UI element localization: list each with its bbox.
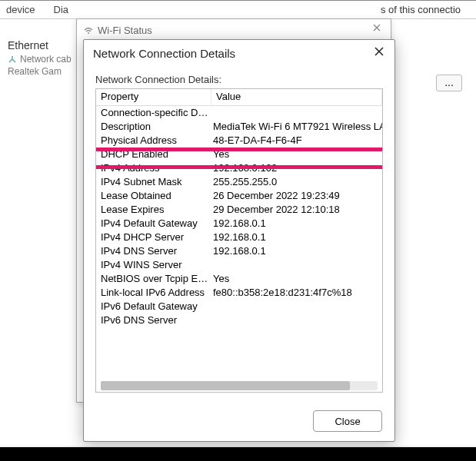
property-cell: DHCP Enabled bbox=[96, 148, 211, 161]
value-cell: 48-E7-DA-F4-F6-4F bbox=[211, 134, 382, 148]
ncd-titlebar: Network Connection Details bbox=[84, 40, 394, 66]
property-cell: IPv4 DNS Server bbox=[96, 244, 211, 258]
column-header-value[interactable]: Value bbox=[211, 89, 382, 105]
table-row[interactable]: IPv4 DNS Server192.168.0.1 bbox=[96, 244, 382, 258]
property-cell: Link-local IPv6 Address bbox=[96, 286, 211, 300]
property-cell: IPv4 WINS Server bbox=[96, 258, 211, 272]
value-cell: 192.168.0.1 bbox=[211, 244, 382, 258]
property-cell: Lease Expires bbox=[96, 203, 211, 217]
value-cell bbox=[211, 313, 382, 327]
toolbar-tab-diagnose[interactable]: Dia bbox=[54, 4, 69, 15]
ethernet-sidebar-item[interactable]: Ethernet Network cab Realtek Gam bbox=[8, 39, 72, 78]
value-cell: 26 December 2022 19:23:49 bbox=[211, 189, 382, 203]
table-row[interactable]: IPv6 Default Gateway bbox=[96, 300, 382, 313]
value-cell: Yes bbox=[211, 272, 382, 286]
value-cell: fe80::b358:2e18:d231:4f7c%18 bbox=[211, 286, 382, 300]
table-row[interactable]: DHCP EnabledYes bbox=[96, 148, 382, 161]
toolbar-tab-device[interactable]: device bbox=[6, 4, 35, 15]
value-cell: 192.168.0.102 bbox=[211, 161, 382, 175]
table-row[interactable]: Lease Expires29 December 2022 12:10:18 bbox=[96, 203, 382, 217]
wifi-status-titlebar: Wi-Fi Status bbox=[77, 19, 391, 41]
ethernet-title: Ethernet bbox=[8, 39, 72, 51]
ncd-table: Property Value Connection-specific DNS .… bbox=[95, 88, 383, 393]
table-row[interactable]: IPv4 Default Gateway192.168.0.1 bbox=[96, 217, 382, 230]
property-cell: Connection-specific DNS ... bbox=[96, 106, 211, 120]
property-cell: Physical Address bbox=[96, 134, 211, 148]
property-cell: Description bbox=[96, 120, 211, 134]
table-row[interactable]: Lease Obtained26 December 2022 19:23:49 bbox=[96, 189, 382, 203]
bottom-black-bar bbox=[0, 447, 476, 461]
property-cell: IPv6 DNS Server bbox=[96, 313, 211, 327]
close-button[interactable]: Close bbox=[313, 410, 382, 432]
network-connection-details-window: Network Connection Details Network Conne… bbox=[83, 39, 395, 442]
property-cell: IPv6 Default Gateway bbox=[96, 300, 211, 313]
value-cell: 255.255.255.0 bbox=[211, 175, 382, 189]
value-cell bbox=[211, 106, 382, 120]
ncd-table-header: Property Value bbox=[96, 89, 382, 106]
ncd-close-button[interactable] bbox=[370, 45, 388, 63]
property-cell: IPv4 DHCP Server bbox=[96, 230, 211, 244]
property-cell: Lease Obtained bbox=[96, 189, 211, 203]
ethernet-adapter-text: Realtek Gam bbox=[8, 65, 72, 78]
toolbar-right-text: s of this connectio bbox=[381, 4, 461, 15]
value-cell: 29 December 2022 12:10:18 bbox=[211, 203, 382, 217]
ncd-title: Network Connection Details bbox=[93, 47, 235, 60]
ncd-rows-container: Connection-specific DNS ...DescriptionMe… bbox=[96, 106, 382, 327]
background-toolbar: device Dia s of this connectio bbox=[0, 1, 476, 19]
property-cell: NetBIOS over Tcpip Enab... bbox=[96, 272, 211, 286]
property-cell: IPv4 Address bbox=[96, 161, 211, 175]
value-cell: 192.168.0.1 bbox=[211, 230, 382, 244]
svg-point-0 bbox=[88, 32, 89, 34]
value-cell: Yes bbox=[211, 148, 382, 161]
column-header-property[interactable]: Property bbox=[96, 89, 211, 105]
property-cell: IPv4 Subnet Mask bbox=[96, 175, 211, 189]
table-row[interactable]: Link-local IPv6 Addressfe80::b358:2e18:d… bbox=[96, 286, 382, 300]
table-row[interactable]: Connection-specific DNS ... bbox=[96, 106, 382, 120]
table-row[interactable]: NetBIOS over Tcpip Enab...Yes bbox=[96, 272, 382, 286]
network-adapter-icon bbox=[8, 55, 18, 65]
table-row[interactable]: IPv4 WINS Server bbox=[96, 258, 382, 272]
ncd-label: Network Connection Details: bbox=[95, 74, 383, 85]
table-row[interactable]: IPv6 DNS Server bbox=[96, 313, 382, 327]
wifi-status-title: Wi-Fi Status bbox=[98, 25, 152, 36]
table-row[interactable]: IPv4 Address192.168.0.102 bbox=[96, 161, 382, 175]
more-options-button[interactable]: ... bbox=[436, 75, 462, 91]
table-row[interactable]: IPv4 Subnet Mask255.255.255.0 bbox=[96, 175, 382, 189]
table-row[interactable]: IPv4 DHCP Server192.168.0.1 bbox=[96, 230, 382, 244]
value-cell: MediaTek Wi-Fi 6 MT7921 Wireless LAN C bbox=[211, 120, 382, 134]
ethernet-status-text: Network cab bbox=[20, 54, 72, 65]
value-cell: 192.168.0.1 bbox=[211, 217, 382, 230]
wifi-status-close-button[interactable] bbox=[369, 22, 384, 38]
ncd-body: Network Connection Details: Property Val… bbox=[84, 66, 394, 393]
ncd-footer: Close bbox=[313, 410, 382, 432]
table-row[interactable]: DescriptionMediaTek Wi-Fi 6 MT7921 Wirel… bbox=[96, 120, 382, 134]
value-cell bbox=[211, 258, 382, 272]
scrollbar-thumb[interactable] bbox=[101, 381, 350, 390]
property-cell: IPv4 Default Gateway bbox=[96, 217, 211, 230]
wifi-icon bbox=[83, 24, 94, 37]
value-cell bbox=[211, 300, 382, 313]
table-row[interactable]: Physical Address48-E7-DA-F4-F6-4F bbox=[96, 134, 382, 148]
horizontal-scrollbar[interactable] bbox=[101, 381, 378, 390]
